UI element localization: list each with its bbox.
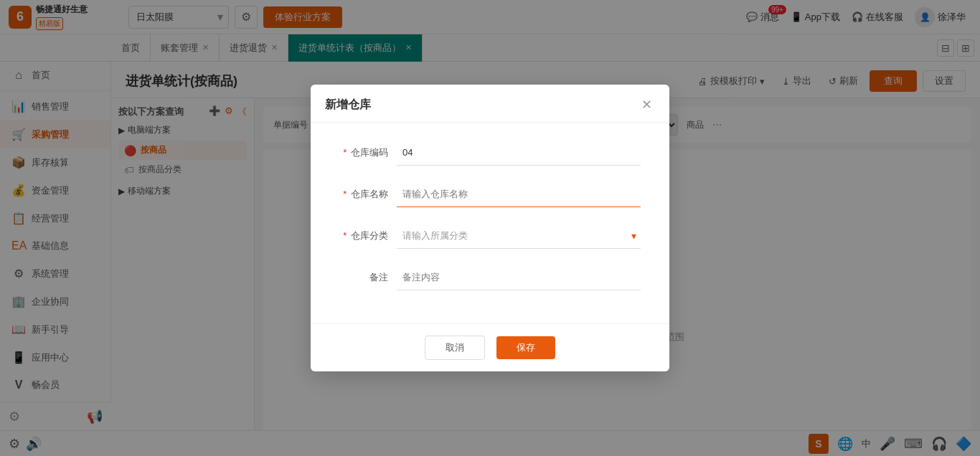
dialog-header: 新增仓库 ✕ (311, 85, 669, 123)
save-button[interactable]: 保存 (496, 336, 555, 359)
dialog-close-button[interactable]: ✕ (638, 96, 655, 113)
form-row-category: 仓库分类 请输入所属分类 ▾ (339, 223, 641, 249)
form-row-remark: 备注 (339, 265, 641, 290)
form-label-remark: 备注 (339, 271, 397, 284)
new-warehouse-dialog: 新增仓库 ✕ 仓库编码 仓库名称 仓库分类 (311, 85, 669, 371)
form-label-code: 仓库编码 (339, 146, 397, 159)
warehouse-category-wrap: 请输入所属分类 ▾ (397, 223, 641, 249)
modal-overlay[interactable]: 新增仓库 ✕ 仓库编码 仓库名称 仓库分类 (0, 0, 980, 456)
form-label-name: 仓库名称 (339, 188, 397, 201)
dialog-body: 仓库编码 仓库名称 仓库分类 请输入所属分类 (311, 123, 669, 323)
cancel-button[interactable]: 取消 (425, 336, 485, 360)
dialog-title: 新增仓库 (325, 98, 371, 113)
warehouse-remark-input[interactable] (397, 265, 641, 290)
warehouse-name-input[interactable] (397, 181, 641, 207)
warehouse-code-input[interactable] (397, 140, 641, 166)
form-row-name: 仓库名称 (339, 181, 641, 207)
warehouse-category-select[interactable]: 请输入所属分类 (397, 223, 641, 249)
form-row-code: 仓库编码 (339, 140, 641, 166)
dialog-footer: 取消 保存 (311, 323, 669, 371)
form-label-category: 仓库分类 (339, 229, 397, 242)
